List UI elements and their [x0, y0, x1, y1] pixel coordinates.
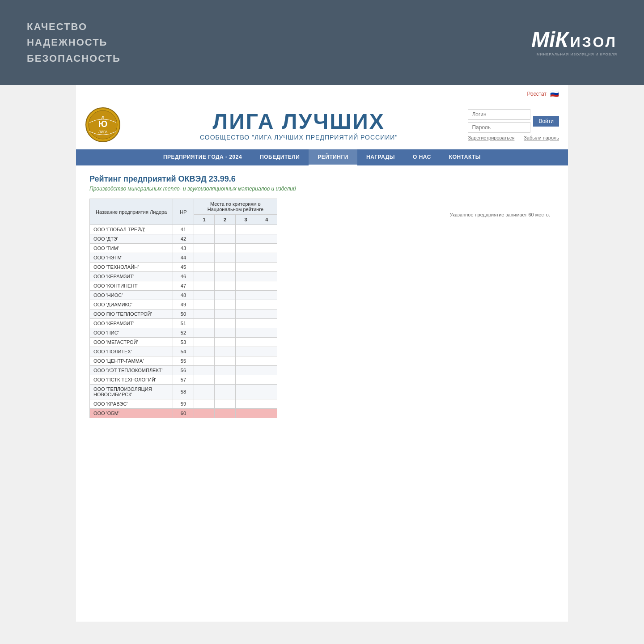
table-row: ООО 'МЕГАСТРОЙ'53 [90, 338, 277, 347]
criteria-cell [235, 356, 256, 366]
criteria-cell [235, 385, 256, 399]
criteria-cell [194, 338, 215, 347]
company-name-cell: ООО 'ТЕХНОЛАЙН' [90, 263, 173, 272]
criteria-cell [194, 366, 215, 375]
nr-cell: 53 [173, 338, 194, 347]
criteria-cell [256, 338, 277, 347]
login-input[interactable] [468, 109, 530, 120]
company-name-cell: ООО 'НЭТМ' [90, 253, 173, 263]
nr-cell: 46 [173, 272, 194, 281]
criteria-cell [194, 234, 215, 244]
table-row: ООО 'КЕРАМЗИТ'51 [90, 319, 277, 328]
criteria-cell [215, 328, 236, 338]
criteria-cell [194, 291, 215, 300]
criteria-header: Места по критериям в Национальном рейтин… [194, 199, 277, 215]
criteria-cell [194, 263, 215, 272]
logo-sub: МИНЕРАЛЬНАЯ ИЗОЛЯЦИЯ И КРОВЛЯ [537, 52, 617, 56]
table-row: ООО 'НИОС'48 [90, 291, 277, 300]
company-name-cell: ООО 'КОНТИНЕНТ' [90, 281, 173, 291]
criteria-cell [235, 225, 256, 234]
criteria-cell [194, 300, 215, 309]
criteria-cell [256, 399, 277, 409]
svg-text:ЛИГА: ЛИГА [98, 130, 108, 134]
company-name-cell: ООО 'МЕГАСТРОЙ' [90, 338, 173, 347]
table-row: ООО 'ТИМ'43 [90, 244, 277, 253]
criteria-cell [194, 375, 215, 385]
table-row: ООО 'КРАВЭС'59 [90, 399, 277, 409]
forgot-password-link[interactable]: Забыли пароль [524, 135, 559, 140]
criteria-cell [256, 328, 277, 338]
register-link[interactable]: Зарегистрироваться [468, 135, 514, 140]
criteria-cell [194, 319, 215, 328]
nav-item-ratings[interactable]: РЕЙТИНГИ [309, 149, 357, 165]
russia-flag-icon: 🇷🇺 [550, 89, 559, 98]
company-name-cell: ООО 'ДИАМИКС' [90, 300, 173, 309]
nr-cell: 54 [173, 347, 194, 356]
login-row-top: Росстат 🇷🇺 [76, 85, 568, 100]
rosstat-link[interactable]: Росстат [527, 91, 547, 97]
site-subtitle: СООБЩЕСТВО "ЛИГА ЛУЧШИХ ПРЕДПРИЯТИЙ РОСС… [130, 134, 468, 141]
col-name-header: Название предприятия Лидера [90, 199, 173, 225]
emblem-area: Л Ю ЛИГА [85, 107, 121, 143]
criteria-cell [194, 409, 215, 418]
criteria-cell [215, 225, 236, 234]
criteria-cell [256, 300, 277, 309]
company-name-cell: ООО 'УЭТ ТЕПЛОКОМПЛЕКТ' [90, 366, 173, 375]
criteria-cell [235, 366, 256, 375]
company-name-cell: ООО 'ЦЕНТР-ГАММА' [90, 356, 173, 366]
nr-cell: 42 [173, 234, 194, 244]
criteria-cell [215, 319, 236, 328]
criteria-cell [235, 347, 256, 356]
criteria-cell [215, 366, 236, 375]
criteria-cell [235, 375, 256, 385]
nr-cell: 43 [173, 244, 194, 253]
criteria-cell [194, 356, 215, 366]
table-row: ООО 'УЭТ ТЕПЛОКОМПЛЕКТ'56 [90, 366, 277, 375]
nr-cell: 60 [173, 409, 194, 418]
criteria-cell [194, 281, 215, 291]
company-name-cell: ООО 'ОБМ' [90, 409, 173, 418]
table-container: Название предприятия Лидера НР Места по … [89, 199, 277, 418]
nav-item-enterprise[interactable]: ПРЕДПРИЯТИЕ ГОДА - 2024 [154, 149, 251, 165]
table-row: ООО 'НИС'52 [90, 328, 277, 338]
criteria-cell [256, 263, 277, 272]
col-nr-header: НР [173, 199, 194, 225]
main-header: Л Ю ЛИГА ЛИГА ЛУЧШИХ СООБЩЕСТВО "ЛИГА ЛУ… [76, 100, 568, 149]
table-row: ООО 'ДТЭ'42 [90, 234, 277, 244]
criteria-cell [215, 347, 236, 356]
criteria-cell [215, 234, 236, 244]
site-title-area: ЛИГА ЛУЧШИХ СООБЩЕСТВО "ЛИГА ЛУЧШИХ ПРЕД… [130, 109, 468, 141]
login-button[interactable]: Войти [533, 116, 559, 127]
criteria-col-1: 1 [194, 215, 215, 225]
nav-item-about[interactable]: О НАС [404, 149, 440, 165]
nr-cell: 45 [173, 263, 194, 272]
nav-item-contacts[interactable]: КОНТАКТЫ [440, 149, 490, 165]
criteria-cell [215, 253, 236, 263]
company-name-cell: ООО 'НИС' [90, 328, 173, 338]
nav-bar: ПРЕДПРИЯТИЕ ГОДА - 2024 ПОБЕДИТЕЛИ РЕЙТИ… [76, 149, 568, 165]
criteria-cell [256, 244, 277, 253]
table-row: ООО 'НЭТМ'44 [90, 253, 277, 263]
nav-item-awards[interactable]: НАГРАДЫ [357, 149, 404, 165]
table-row: ООО 'ОБМ'60 [90, 409, 277, 418]
criteria-cell [235, 328, 256, 338]
criteria-cell [235, 244, 256, 253]
nav-item-winners[interactable]: ПОБЕДИТЕЛИ [251, 149, 309, 165]
criteria-cell [235, 309, 256, 319]
table-row: ООО 'ГЛОБАЛ ТРЕЙД'41 [90, 225, 277, 234]
company-name-cell: ООО 'ДТЭ' [90, 234, 173, 244]
criteria-cell [235, 300, 256, 309]
top-banner: КАЧЕСТВО НАДЕЖНОСТЬ БЕЗОПАСНОСТЬ МіК ИЗО… [0, 0, 644, 85]
password-input[interactable] [468, 122, 530, 133]
nr-cell: 55 [173, 356, 194, 366]
svg-text:Ю: Ю [98, 119, 108, 129]
criteria-cell [194, 272, 215, 281]
criteria-cell [194, 399, 215, 409]
page-subtitle: Производство минеральных тепло- и звукои… [89, 186, 555, 192]
logo-izol: ИЗОЛ [570, 35, 617, 49]
table-row: ООО 'КЕРАМЗИТ'46 [90, 272, 277, 281]
nr-cell: 51 [173, 319, 194, 328]
criteria-col-4: 4 [256, 215, 277, 225]
criteria-cell [215, 409, 236, 418]
table-row: ООО 'ЦЕНТР-ГАММА'55 [90, 356, 277, 366]
